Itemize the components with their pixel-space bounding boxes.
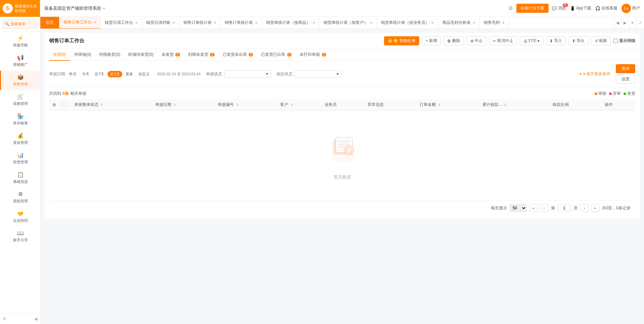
show-detail-input[interactable]	[613, 39, 618, 43]
date-btn-custom[interactable]: 自定义	[136, 71, 152, 77]
message-button[interactable]: 💬 消息 6	[552, 5, 566, 11]
sort-icon[interactable]: ⇅	[173, 103, 176, 107]
page-size-select[interactable]: 50 10 20 100	[510, 204, 527, 212]
sidebar-item-sales[interactable]: 📦 销售管理	[0, 71, 40, 90]
sub-tab-all[interactable]: 全部(0)	[49, 49, 70, 61]
last-page-button[interactable]: »	[591, 204, 599, 212]
show-detail-checkbox[interactable]: 显示明细	[613, 38, 635, 44]
user-profile-button[interactable]: Ea 用户	[621, 4, 640, 13]
settings-gear-icon[interactable]: ⚙	[508, 5, 513, 11]
tab-close-icon[interactable]: ✕	[473, 21, 475, 25]
tab-maximize[interactable]: ⤢	[636, 17, 644, 29]
sidebar-item-finance[interactable]: 💰 资金管理	[0, 129, 40, 149]
cancel-review-action[interactable]: 弃审	[609, 91, 621, 96]
sub-tab-wangpu-ship[interactable]: 旺铺待发货(0)	[124, 49, 158, 61]
review-action[interactable]: 审核	[595, 91, 606, 96]
sub-tab-not-shipped[interactable]: 未发货 0	[158, 49, 184, 61]
next-page-button[interactable]: ›	[581, 204, 589, 212]
table-scroll-container[interactable]: ⚙ 单据整体状态 ⇅ 单据日期	[49, 99, 635, 111]
select-all-checkbox[interactable]	[63, 102, 68, 107]
sort-icon[interactable]: ⇅	[290, 103, 293, 107]
date-btn-7days[interactable]: 近7天	[93, 71, 106, 77]
add-button[interactable]: + 新增	[422, 36, 441, 45]
export-button[interactable]: ⬆ 导出	[568, 36, 588, 45]
sub-tab-overdue-ship[interactable]: 到期未发货 0	[184, 49, 219, 61]
sub-tab-shipped-out[interactable]: 已发货已出库 0	[257, 49, 296, 61]
tab-close-icon[interactable]: ✕	[94, 21, 96, 24]
sidebar-item-marketing[interactable]: 📢 营销推广	[0, 51, 40, 71]
tab-stats-by-customer[interactable]: 销货单统计表（按客户） ✕	[319, 17, 377, 29]
sidebar-item-quick-nav[interactable]: ⚡ 快捷导航	[0, 32, 40, 51]
stop-button[interactable]: ⊗ 中止	[467, 36, 486, 45]
sort-icon[interactable]: ⇅	[438, 103, 440, 107]
tab-sales-margin[interactable]: 销售毛利 ✕	[480, 17, 509, 29]
column-checkbox[interactable]	[59, 99, 71, 111]
expand-filter-button[interactable]: ▾ ▾ 展开更多条件	[579, 71, 610, 77]
payment-select[interactable]: ▾	[295, 70, 342, 78]
tab-close-icon[interactable]: ✕	[214, 21, 216, 25]
date-btn-more[interactable]: 更多	[124, 71, 135, 77]
tab-close-icon[interactable]: ✕	[255, 21, 258, 25]
set-button[interactable]: 设置	[616, 75, 635, 84]
ship-action[interactable]: 发货	[624, 91, 635, 96]
query-button[interactable]: 查询	[616, 64, 635, 73]
tab-home[interactable]: 首页	[40, 17, 59, 29]
sort-icon[interactable]: ⇅	[100, 103, 103, 107]
tab-sales-order-workbench[interactable]: 销售订单工作台 ✕	[59, 17, 101, 29]
sub-tab-not-printed[interactable]: 未打印单据 0	[296, 49, 330, 61]
status-select[interactable]: ▾	[224, 70, 271, 78]
tab-reconciliation[interactable]: 钱货日清对账 ✕	[142, 17, 179, 29]
app-download-button[interactable]: 📱 App下载	[570, 5, 591, 11]
tab-sales-stats[interactable]: 销售订单统计表 ✕	[179, 17, 221, 29]
tab-close-icon[interactable]: ✕	[312, 21, 315, 25]
delete-button[interactable]: 🗑 删除	[443, 36, 464, 45]
sort-icon[interactable]: ⇅	[236, 103, 239, 107]
sidebar-item-inventory[interactable]: 🏪 库存核算	[0, 110, 40, 129]
sub-tab-pending-review[interactable]: 待审核(0)	[70, 49, 95, 61]
online-service-button[interactable]: 🎧 在线客服	[595, 5, 617, 11]
smart-create-button[interactable]: ⭐ 🌟 智能生单	[384, 36, 419, 45]
sidebar-item-enterprise[interactable]: 🤝 企业协同	[0, 207, 40, 227]
column-settings-icon[interactable]: ⚙	[52, 103, 56, 107]
print-button[interactable]: 🖨 打印 ▾	[520, 36, 543, 45]
date-btn-today[interactable]: 今天	[80, 71, 91, 77]
tab-gross-profit[interactable]: 商品毛利分析表 ✕	[438, 17, 480, 29]
not-printed-badge: 0	[322, 53, 327, 56]
sub-tab-shipped-not-out[interactable]: 已发货未出库 0	[219, 49, 257, 61]
tab-close-all[interactable]: ✕	[629, 17, 636, 29]
tab-close-icon[interactable]: ✕	[431, 21, 434, 25]
tab-stats-by-salesman[interactable]: 销货单统计表（按业务员） ✕	[377, 17, 438, 29]
tab-stats-by-product[interactable]: 销货单统计表（按商品） ✕	[262, 17, 319, 29]
sidebar-settings-icon[interactable]: ⚙	[3, 317, 6, 321]
import-button[interactable]: ⬇ 导入	[546, 36, 566, 45]
refresh-button[interactable]: ↺ 刷新	[591, 36, 611, 45]
tab-scroll-prev[interactable]: ◀	[614, 17, 621, 29]
sort-icon[interactable]: ⇅	[504, 103, 506, 107]
sidebar-item-purchase[interactable]: 🛒 采购管理	[0, 90, 40, 110]
sidebar-item-guide[interactable]: 📖 新手引导	[0, 227, 40, 246]
tab-close-icon[interactable]: ✕	[135, 21, 138, 25]
cancel-stop-button[interactable]: ↩ 取消中止	[489, 36, 517, 45]
prev-page-button[interactable]: ‹	[540, 204, 548, 212]
search-menu-button[interactable]: 🔍 搜索菜单	[3, 19, 37, 29]
tab-close-icon[interactable]: ✕	[370, 21, 373, 25]
dropdown-arrow-icon[interactable]: ▾	[103, 6, 105, 10]
sidebar-item-basic-info[interactable]: 📋 基础信息	[0, 168, 40, 188]
column-settings[interactable]: ⚙	[49, 99, 59, 111]
tab-close-icon[interactable]: ✕	[502, 21, 505, 25]
sub-tab-pending-check[interactable]: 待拣验货(0)	[95, 49, 124, 61]
table-summary: 共找到 0条 相关单据 审核 弃审	[49, 91, 635, 96]
tab-daily-clear[interactable]: 钱货日清工作台 ✕	[101, 17, 142, 29]
industry-solution-button[interactable]: 体验行业方案	[516, 4, 549, 13]
tab-close-icon[interactable]: ✕	[172, 21, 175, 25]
sidebar-item-operations[interactable]: 📊 经营管理	[0, 149, 40, 168]
sidebar-collapse-icon[interactable]: ◀	[34, 317, 37, 321]
date-btn-1month[interactable]: 近1月	[108, 71, 122, 77]
sub-tabs: 全部(0) 待审核(0) 待拣验货(0) 旺铺待发货(0) 未发货 0 到期未发…	[44, 49, 640, 61]
first-page-button[interactable]: «	[529, 204, 538, 212]
tab-sales-execution[interactable]: 销售订单执行表 ✕	[221, 17, 262, 29]
date-btn-yesterday[interactable]: 昨天	[67, 71, 79, 77]
page-number-input[interactable]	[558, 205, 571, 211]
sidebar-item-system[interactable]: ⚙ 系统管理	[0, 188, 40, 207]
tab-scroll-next[interactable]: ▶	[621, 17, 629, 29]
